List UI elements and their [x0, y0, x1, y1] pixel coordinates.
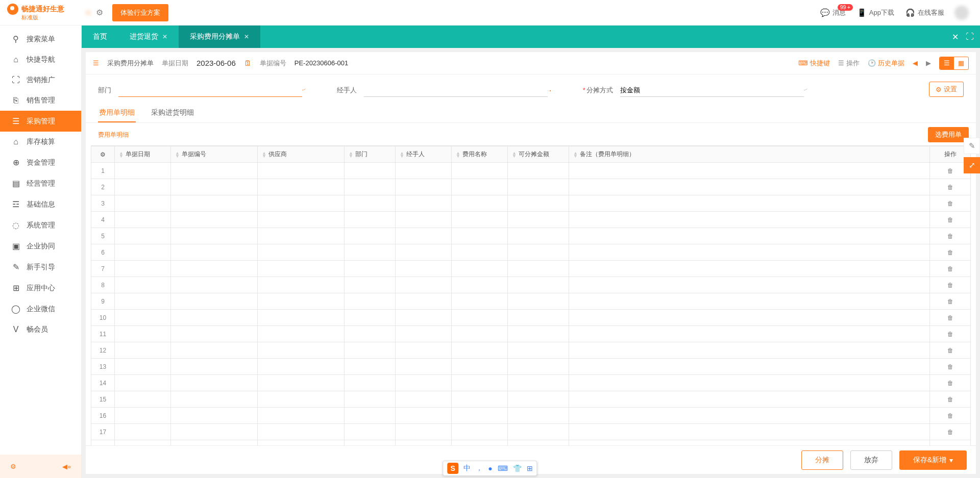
inner-tab[interactable]: 费用单明细: [98, 104, 136, 122]
cell[interactable]: [452, 424, 508, 440]
expand-float-icon[interactable]: ⤢: [964, 157, 980, 173]
cell[interactable]: [171, 326, 258, 342]
cell[interactable]: [452, 440, 508, 446]
cell[interactable]: [508, 408, 569, 424]
cell[interactable]: [171, 212, 258, 228]
cell[interactable]: [396, 391, 452, 408]
cell[interactable]: [115, 293, 171, 310]
tab[interactable]: 首页: [82, 26, 118, 48]
cell[interactable]: [345, 195, 396, 212]
cell[interactable]: [258, 391, 345, 408]
cell[interactable]: [508, 277, 569, 293]
sidebar-item[interactable]: ◯企业微信: [0, 298, 81, 319]
cell[interactable]: [452, 228, 508, 244]
cell[interactable]: [171, 440, 258, 446]
cell[interactable]: [115, 310, 171, 326]
prev-icon[interactable]: ◀: [913, 59, 918, 67]
cell[interactable]: [569, 261, 930, 277]
row-delete[interactable]: 🗑: [930, 293, 971, 310]
row-delete[interactable]: 🗑: [930, 195, 971, 212]
cell[interactable]: [258, 440, 345, 446]
cell[interactable]: [345, 342, 396, 359]
cell[interactable]: [508, 293, 569, 310]
cell[interactable]: [345, 261, 396, 277]
row-delete[interactable]: 🗑: [930, 261, 971, 277]
cell[interactable]: [569, 359, 930, 375]
sidebar-item[interactable]: ⌂库存核算: [0, 132, 81, 152]
sidebar-item[interactable]: ⊞应用中心: [0, 278, 81, 298]
cell[interactable]: [508, 244, 569, 261]
cell[interactable]: [115, 391, 171, 408]
cell[interactable]: [508, 326, 569, 342]
cell[interactable]: [396, 212, 452, 228]
cell[interactable]: [569, 228, 930, 244]
cell[interactable]: [171, 359, 258, 375]
cell[interactable]: [396, 375, 452, 391]
sort-icon[interactable]: ▲▼: [262, 152, 266, 158]
handler-input[interactable]: [364, 84, 548, 97]
cell[interactable]: [508, 163, 569, 179]
cell[interactable]: [569, 310, 930, 326]
cell[interactable]: [345, 179, 396, 195]
cell[interactable]: [345, 244, 396, 261]
cell[interactable]: [569, 179, 930, 195]
cell[interactable]: [171, 375, 258, 391]
cell[interactable]: [396, 424, 452, 440]
cell[interactable]: [171, 195, 258, 212]
sidebar-item[interactable]: ☲基础信息: [0, 194, 81, 215]
cell[interactable]: [258, 310, 345, 326]
cell[interactable]: [345, 163, 396, 179]
table-row[interactable]: 18🗑: [91, 440, 971, 446]
ime-item[interactable]: ●: [488, 464, 492, 472]
row-delete[interactable]: 🗑: [930, 212, 971, 228]
row-delete[interactable]: 🗑: [930, 179, 971, 195]
cell[interactable]: [115, 212, 171, 228]
close-icon[interactable]: ✕: [244, 33, 249, 40]
cell[interactable]: [569, 342, 930, 359]
col-header[interactable]: ▲▼费用名称: [452, 146, 508, 163]
sidebar-item[interactable]: ⎘销售管理: [0, 90, 81, 111]
cell[interactable]: [508, 261, 569, 277]
cell[interactable]: [345, 375, 396, 391]
tab[interactable]: 采购费用分摊单✕: [179, 26, 260, 48]
table-row[interactable]: 3🗑: [91, 195, 971, 212]
cell[interactable]: [569, 408, 930, 424]
col-header[interactable]: ▲▼供应商: [258, 146, 345, 163]
cell[interactable]: [258, 408, 345, 424]
table-row[interactable]: 7🗑: [91, 261, 971, 277]
cell[interactable]: [345, 293, 396, 310]
cell[interactable]: [258, 212, 345, 228]
allocate-button[interactable]: 分摊: [801, 450, 843, 470]
cell[interactable]: [396, 310, 452, 326]
cell[interactable]: [508, 440, 569, 446]
cell[interactable]: [508, 424, 569, 440]
dept-input[interactable]: [118, 84, 302, 97]
table-row[interactable]: 16🗑: [91, 408, 971, 424]
cell[interactable]: [569, 212, 930, 228]
sidebar-item[interactable]: ◌系统管理: [0, 215, 81, 236]
sidebar-item[interactable]: ☰采购管理: [0, 111, 81, 132]
ime-item[interactable]: ，: [476, 464, 483, 473]
cell[interactable]: [345, 228, 396, 244]
row-delete[interactable]: 🗑: [930, 424, 971, 440]
cell[interactable]: [345, 277, 396, 293]
col-header[interactable]: ▲▼经手人: [396, 146, 452, 163]
cell[interactable]: [508, 195, 569, 212]
cell[interactable]: [396, 326, 452, 342]
cell[interactable]: [452, 212, 508, 228]
col-header[interactable]: ▲▼部门: [345, 146, 396, 163]
cell[interactable]: [171, 261, 258, 277]
cell[interactable]: [452, 408, 508, 424]
cell[interactable]: [345, 440, 396, 446]
cell[interactable]: [452, 163, 508, 179]
row-delete[interactable]: 🗑: [930, 342, 971, 359]
cell[interactable]: [452, 277, 508, 293]
table-row[interactable]: 9🗑: [91, 293, 971, 310]
cell[interactable]: [171, 408, 258, 424]
cell[interactable]: [115, 228, 171, 244]
company-selector[interactable]: ▾: [79, 9, 90, 16]
cell[interactable]: [508, 212, 569, 228]
row-delete[interactable]: 🗑: [930, 391, 971, 408]
cell[interactable]: [508, 375, 569, 391]
edit-float-icon[interactable]: ✎: [964, 138, 980, 154]
